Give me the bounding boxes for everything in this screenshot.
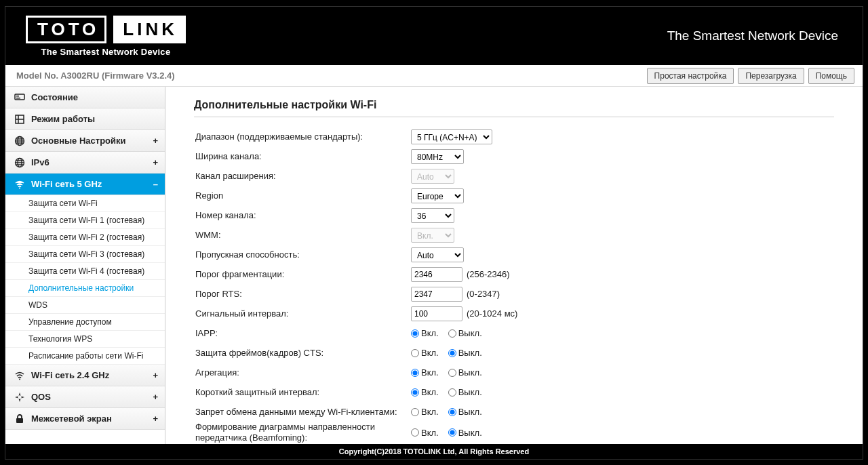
sidebar-sub-wps[interactable]: Технология WPS — [5, 331, 165, 348]
sidebar-item-opmode[interactable]: Режим работы — [5, 108, 165, 130]
beacon-label: Сигнальный интервал: — [194, 308, 411, 319]
sgi-label: Короткий защитный интервал: — [194, 387, 411, 397]
cts-label: Защита фреймов(кадров) CTS: — [194, 348, 411, 358]
svg-rect-1 — [16, 96, 19, 97]
sidebar-item-qos[interactable]: QOS + — [5, 386, 165, 408]
sidebar-item-label: Режим работы — [31, 114, 158, 124]
sidebar-sub-advanced[interactable]: Дополнительные настройки — [5, 280, 165, 297]
logo: TOTO LINK The Smartest Network Device — [26, 16, 186, 57]
sidebar-item-wifi-5ghz[interactable]: Wi-Fi сеть 5 GHz – — [5, 174, 165, 195]
globe-icon — [14, 157, 26, 168]
sidebar-sub-security[interactable]: Защита сети Wi-Fi — [5, 195, 165, 212]
wmm-select: Вкл. — [411, 228, 454, 243]
iso-label: Запрет обмена данными между Wi-Fi-клиент… — [194, 407, 411, 417]
sidebar-item-label: Wi-Fi сеть 5 GHz — [31, 179, 153, 189]
globe-icon — [14, 136, 26, 146]
sgi-off[interactable]: Выкл. — [448, 387, 482, 397]
rts-label: Порог RTS: — [194, 289, 411, 299]
sidebar-item-firewall[interactable]: Межсетевой экран + — [5, 408, 165, 430]
rate-label: Пропускная способность: — [194, 249, 411, 260]
cts-off[interactable]: Выкл. — [448, 348, 482, 358]
reboot-button[interactable]: Перезагрузка — [738, 68, 804, 84]
iso-off[interactable]: Выкл. — [448, 407, 482, 417]
sidebar-sub-security-3[interactable]: Защита сети Wi-Fi 3 (гостевая) — [5, 246, 165, 263]
rate-select[interactable]: Auto — [411, 247, 464, 262]
chwidth-select[interactable]: 80MHz — [411, 149, 464, 164]
opmode-icon — [14, 114, 26, 125]
beacon-input[interactable] — [411, 306, 462, 321]
band-label: Диапазон (поддерживаемые стандарты): — [194, 132, 411, 142]
region-label: Region — [194, 190, 411, 201]
sidebar-item-label: Wi-Fi сеть 2.4 GHz — [31, 370, 153, 380]
sidebar[interactable]: Состояние Режим работы Основные Настройк… — [5, 87, 165, 444]
svg-point-9 — [19, 378, 20, 380]
iapp-off[interactable]: Выкл. — [448, 328, 482, 338]
easy-setup-button[interactable]: Простая настройка — [647, 68, 734, 84]
wifi-icon — [14, 370, 26, 381]
beam-label: Формирование диаграммы направленности пе… — [194, 422, 411, 444]
frag-hint: (256-2346) — [467, 269, 510, 279]
wmm-label: WMM: — [194, 230, 411, 240]
info-bar: Model No. A3002RU (Firmware V3.2.4) Прос… — [5, 65, 863, 87]
sidebar-item-status[interactable]: Состояние — [5, 87, 165, 108]
sidebar-item-label: Межсетевой экран — [31, 413, 153, 424]
band-select[interactable]: 5 ГГц (AC+N+A) — [411, 129, 492, 144]
aggr-on[interactable]: Вкл. — [411, 367, 439, 378]
aggr-label: Агрегация: — [194, 367, 411, 378]
sidebar-sub-schedule[interactable]: Расписание работы сети Wi-Fi — [5, 348, 165, 365]
svg-point-8 — [19, 187, 20, 188]
header-tagline: The Smartest Network Device — [667, 28, 838, 43]
qos-icon — [14, 392, 26, 403]
chnum-select[interactable]: 36 — [411, 208, 454, 223]
sgi-on[interactable]: Вкл. — [411, 387, 439, 397]
beam-on[interactable]: Вкл. — [411, 428, 439, 438]
rts-input[interactable] — [411, 287, 462, 302]
expand-icon: + — [153, 370, 158, 380]
iso-on[interactable]: Вкл. — [411, 407, 439, 417]
beacon-hint: (20-1024 мс) — [467, 308, 517, 319]
sidebar-sub-wds[interactable]: WDS — [5, 297, 165, 314]
iapp-on[interactable]: Вкл. — [411, 328, 439, 338]
wifi-icon — [14, 179, 26, 190]
sidebar-item-ipv6[interactable]: IPv6 + — [5, 152, 165, 174]
sidebar-sub-security-1[interactable]: Защита сети Wi-Fi 1 (гостевая) — [5, 212, 165, 229]
lock-icon — [14, 413, 26, 424]
sidebar-item-label: QOS — [31, 392, 153, 402]
header: TOTO LINK The Smartest Network Device Th… — [5, 7, 863, 65]
logo-text-left: TOTO — [26, 16, 106, 43]
chnum-label: Номер канала: — [194, 210, 411, 220]
chwidth-label: Ширина канала: — [194, 151, 411, 161]
logo-text-right: LINK — [113, 16, 186, 43]
model-info: Model No. A3002RU (Firmware V3.2.4) — [16, 70, 175, 81]
expand-icon: + — [153, 136, 158, 146]
help-button[interactable]: Помощь — [808, 68, 854, 84]
frag-input[interactable] — [411, 267, 462, 282]
sidebar-sub-acl[interactable]: Управление доступом — [5, 314, 165, 331]
collapse-icon: – — [153, 179, 158, 189]
beam-off[interactable]: Выкл. — [448, 428, 482, 438]
cts-on[interactable]: Вкл. — [411, 348, 439, 358]
aggr-off[interactable]: Выкл. — [448, 367, 482, 378]
extch-label: Канал расширения: — [194, 171, 411, 181]
footer: Copyright(C)2018 TOTOLINK Ltd, All Right… — [5, 444, 863, 459]
sidebar-item-wifi-24ghz[interactable]: Wi-Fi сеть 2.4 GHz + — [5, 365, 165, 386]
expand-icon: + — [153, 157, 158, 167]
sidebar-sub-security-2[interactable]: Защита сети Wi-Fi 2 (гостевая) — [5, 229, 165, 246]
content-area[interactable]: Дополнительные настройки Wi-Fi Диапазон … — [165, 87, 863, 444]
rts-hint: (0-2347) — [467, 289, 500, 299]
sidebar-item-label: IPv6 — [31, 157, 153, 167]
svg-rect-0 — [15, 94, 24, 100]
svg-rect-2 — [16, 98, 20, 99]
status-icon — [14, 92, 26, 103]
region-select[interactable]: Europe — [411, 188, 464, 203]
sidebar-item-basic[interactable]: Основные Настройки + — [5, 130, 165, 152]
sidebar-item-label: Состояние — [31, 92, 158, 102]
page-title: Дополнительные настройки Wi-Fi — [194, 99, 834, 117]
iapp-label: IAPP: — [194, 328, 411, 338]
frag-label: Порог фрагментации: — [194, 269, 411, 279]
extch-select: Auto — [411, 169, 454, 184]
sidebar-item-label: Основные Настройки — [31, 136, 153, 146]
svg-rect-10 — [16, 418, 23, 423]
expand-icon: + — [153, 392, 158, 402]
sidebar-sub-security-4[interactable]: Защита сети Wi-Fi 4 (гостевая) — [5, 263, 165, 280]
